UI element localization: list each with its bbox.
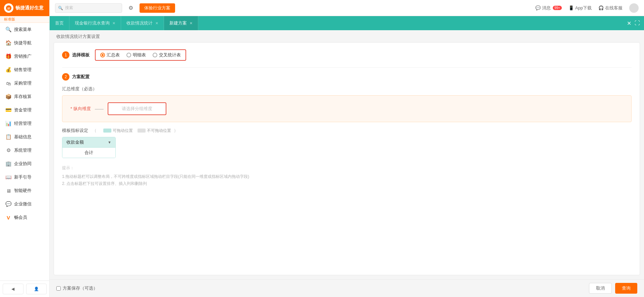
metrics-section: 模板指标设定 （ 可拖动位置 不可拖动位置 ）	[62, 128, 632, 159]
topbar: 🔍 搜索 ⚙ 体验行业方案 💬 消息 99+ 📱 App下载 🎧 在线客服	[50, 0, 644, 16]
metrics-table-cell: 合计	[62, 148, 115, 158]
sidebar-item-guide[interactable]: 📖 新手引导	[0, 170, 49, 184]
query-button[interactable]: 查询	[615, 283, 637, 294]
message-icon: 💬	[535, 5, 541, 10]
tab-bank-flow[interactable]: 现金银行流水查询 ✕	[69, 16, 121, 30]
sidebar-item-marketing[interactable]: 🎁 营销推广	[0, 50, 49, 63]
sidebar-item-system[interactable]: ⚙ 系统管理	[0, 144, 49, 157]
sidebar-item-base-info[interactable]: 📋 基础信息	[0, 130, 49, 144]
metrics-legend: 可拖动位置 不可拖动位置	[103, 128, 171, 134]
radio-summary-label: 汇总表	[107, 52, 120, 58]
sidebar-user-btn[interactable]: 👤	[26, 284, 47, 294]
radio-detail[interactable]: 明细表	[126, 52, 146, 58]
tab-home[interactable]: 首页	[50, 16, 69, 30]
base-info-icon: 📋	[5, 134, 11, 140]
main-area: 🔍 搜索 ⚙ 体验行业方案 💬 消息 99+ 📱 App下载 🎧 在线客服 首页	[50, 0, 644, 297]
sidebar-item-sales[interactable]: 💰 销售管理	[0, 63, 49, 77]
notification-badge: 99+	[553, 6, 562, 10]
avatar[interactable]	[629, 3, 639, 13]
dimension-arrow: ——	[95, 106, 104, 111]
chevron-down-icon[interactable]: ▼	[108, 140, 111, 144]
cancel-button[interactable]: 取消	[589, 283, 612, 294]
tip2: 2. 点击标题栏下拉可设置排序、插入列和删除列	[62, 180, 632, 188]
sidebar-item-purchase[interactable]: 🛍 采购管理	[0, 77, 49, 90]
sidebar-item-label: 库存核算	[14, 94, 32, 100]
sidebar-item-finance[interactable]: 💳 资金管理	[0, 103, 49, 117]
enterprise-icon: 🏢	[5, 161, 11, 167]
tab-bank-flow-close[interactable]: ✕	[112, 21, 115, 26]
legend-fixed: 不可拖动位置	[138, 128, 171, 134]
tab-collection-stats-close[interactable]: ✕	[155, 21, 158, 26]
logo-text: 畅捷通好生意	[15, 5, 44, 11]
step1-circle: 1	[62, 51, 69, 59]
dimension-config: 汇总维度（必选） * 纵向维度 —— 请选择分组维度	[62, 86, 632, 122]
radio-cross[interactable]: 交叉统计表	[153, 52, 181, 58]
sidebar-item-label: 企业微信	[14, 201, 32, 207]
draggable-legend-box	[103, 129, 111, 133]
save-label: 方案保存（可选）	[63, 285, 98, 291]
tab-new-plan-close[interactable]: ✕	[190, 21, 193, 26]
vertical-dimension-label: * 纵向维度	[70, 106, 91, 112]
save-checkbox[interactable]	[56, 286, 61, 291]
sidebar-item-hardware[interactable]: 🖥 智能硬件	[0, 184, 49, 197]
sidebar-item-quick-nav[interactable]: 🏠 快捷导航	[0, 36, 49, 50]
notification-item[interactable]: 💬 消息 99+	[535, 5, 562, 11]
radio-summary-dot	[100, 53, 105, 57]
sidebar-item-label: 基础信息	[14, 134, 32, 140]
service-icon: 🎧	[598, 5, 604, 10]
sidebar-item-label: 企业协同	[14, 161, 32, 167]
sidebar-item-search-menu[interactable]: 🔍 搜索菜单	[0, 23, 49, 36]
page-title: 收款情况统计方案设置	[50, 30, 644, 42]
wechat-icon: 💬	[5, 201, 11, 207]
gear-icon[interactable]: ⚙	[126, 3, 136, 13]
form-card: 1 选择模板 汇总表 明细表 交叉统计表	[54, 42, 640, 275]
fixed-legend-box	[138, 129, 146, 133]
hardware-icon: 🖥	[5, 188, 11, 194]
sidebar-item-operations[interactable]: 📊 经营管理	[0, 117, 49, 130]
sidebar-item-member[interactable]: V 畅会员	[0, 211, 49, 224]
legend-draggable: 可拖动位置	[103, 128, 133, 134]
metrics-header: 模板指标设定 （ 可拖动位置 不可拖动位置 ）	[62, 128, 632, 134]
notification-label: 消息	[542, 5, 551, 11]
topbar-search[interactable]: 🔍 搜索	[55, 3, 122, 13]
template-radio-group: 汇总表 明细表 交叉统计表	[95, 49, 186, 61]
metrics-column-header: 收款金额	[66, 139, 84, 145]
step2-title-row: 2 方案配置	[62, 73, 632, 81]
sidebar-item-label: 经营管理	[14, 120, 32, 127]
tab-new-plan[interactable]: 新建方案 ✕	[164, 16, 198, 30]
metrics-title: 模板指标设定	[62, 128, 88, 134]
tabbar-close-icon[interactable]: ✕	[627, 20, 631, 27]
save-checkbox-label[interactable]: 方案保存（可选）	[56, 285, 98, 291]
sidebar-item-label: 资金管理	[14, 107, 32, 113]
online-service-label: 在线客服	[605, 5, 623, 11]
logo-icon: 好	[4, 3, 13, 13]
metrics-table: 收款金额 ▼ 合计	[62, 137, 116, 158]
tabbar-expand-icon[interactable]: ⛶	[635, 20, 640, 26]
dimension-select[interactable]: 请选择分组维度	[108, 102, 166, 115]
sidebar-bottom: ◀ 👤	[0, 281, 49, 297]
svg-text:好: 好	[7, 7, 10, 10]
sidebar-item-enterprise[interactable]: 🏢 企业协同	[0, 157, 49, 170]
tip1: 1.拖动标题栏可以调整布局，不可跨维度或指标区域拖动栏目字段(只能在同一维度或指…	[62, 173, 632, 181]
radio-summary[interactable]: 汇总表	[100, 52, 120, 58]
radio-detail-dot	[126, 53, 131, 57]
sidebar-item-wechat[interactable]: 💬 企业微信	[0, 197, 49, 211]
sidebar-item-inventory[interactable]: 📦 库存核算	[0, 90, 49, 103]
legend-draggable-label: 可拖动位置	[113, 128, 133, 134]
online-service-item[interactable]: 🎧 在线客服	[598, 5, 623, 11]
tab-home-label: 首页	[55, 20, 64, 26]
sales-icon: 💰	[5, 67, 11, 73]
footer: 方案保存（可选） 取消 查询	[50, 279, 644, 297]
sidebar-item-label: 搜索菜单	[14, 27, 32, 33]
radio-cross-dot	[153, 53, 157, 57]
sidebar-item-label: 快捷导航	[14, 40, 32, 46]
finance-icon: 💳	[5, 107, 11, 113]
sidebar-expand-btn[interactable]: ◀	[3, 284, 23, 294]
step1-label: 选择模板	[72, 52, 90, 58]
tab-collection-stats[interactable]: 收款情况统计 ✕	[121, 16, 164, 30]
member-icon: V	[5, 214, 11, 220]
app-download-item[interactable]: 📱 App下载	[569, 5, 592, 11]
industry-btn[interactable]: 体验行业方案	[140, 3, 175, 13]
app-download-label: App下载	[575, 5, 592, 11]
sidebar-item-label: 系统管理	[14, 147, 32, 153]
